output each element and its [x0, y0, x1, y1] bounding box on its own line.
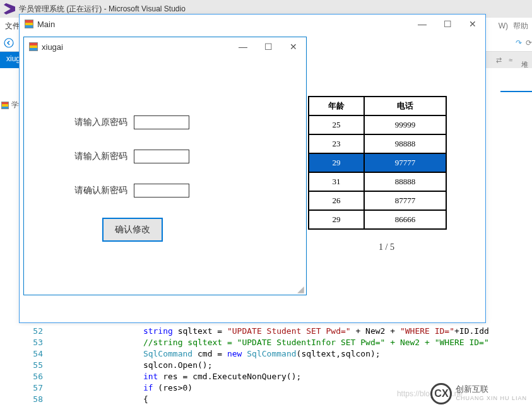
cell-phone[interactable]: 88888	[364, 172, 446, 191]
watermark-sub: CHUANG XIN HU LIAN	[456, 394, 527, 403]
main-window-title: Main	[37, 20, 55, 29]
menu-window-hint[interactable]: W)	[499, 21, 508, 30]
watermark-name: 创新互联	[456, 384, 488, 394]
cell-age[interactable]: 26	[309, 191, 364, 210]
cell-phone[interactable]: 97777	[364, 153, 446, 172]
cell-age[interactable]: 29	[309, 153, 364, 172]
confirm-change-button[interactable]: 确认修改	[102, 218, 163, 242]
maximize-button[interactable]: ☐	[435, 15, 460, 33]
pager: 1 / 5	[379, 242, 394, 252]
cell-phone[interactable]: 87777	[364, 191, 446, 210]
table-row[interactable]: 2687777	[309, 191, 446, 210]
toolbar-glyph-icon[interactable]: ⇄	[496, 56, 502, 64]
menu-file[interactable]: 文件	[5, 21, 20, 32]
xiugai-title: xiugai	[42, 42, 63, 52]
cell-age[interactable]: 29	[309, 210, 364, 229]
minimize-button[interactable]: —	[410, 15, 435, 33]
new-password-label: 请输入新密码	[74, 151, 127, 162]
xiugai-titlebar[interactable]: xiugai — ☐ ✕	[24, 37, 306, 56]
new-password-input[interactable]	[134, 150, 189, 163]
cell-age[interactable]: 31	[309, 172, 364, 191]
line-gutter: 52535455565758	[0, 326, 54, 405]
cell-phone[interactable]: 99999	[364, 115, 446, 134]
xiugai-window: xiugai — ☐ ✕ 请输入原密码 请输入新密码 请确认新密码 确认修改 ◢	[23, 37, 307, 295]
vs-logo-icon	[4, 3, 15, 15]
table-row[interactable]: 2986666	[309, 210, 446, 229]
cell-age[interactable]: 23	[309, 134, 364, 153]
table-row[interactable]: 2599999	[309, 115, 446, 134]
table-row[interactable]: 3188888	[309, 172, 446, 191]
cell-phone[interactable]: 86666	[364, 210, 446, 229]
menu-help[interactable]: 帮助	[513, 21, 528, 32]
old-password-input[interactable]	[134, 115, 189, 129]
svg-point-0	[4, 38, 13, 47]
student-table[interactable]: 年龄 电话 2599999239888829977773188888268777…	[308, 96, 447, 230]
form-icon	[29, 42, 38, 51]
watermark-logo-icon: CX	[430, 383, 452, 404]
close-button[interactable]: ✕	[460, 15, 485, 33]
sidebar-label-truncated: 学	[11, 100, 19, 110]
toolbar-wave-icon[interactable]: ≈	[509, 56, 512, 64]
form-icon	[25, 20, 33, 28]
col-phone[interactable]: 电话	[364, 97, 446, 115]
confirm-password-input[interactable]	[134, 184, 189, 198]
cell-age[interactable]: 25	[309, 115, 364, 134]
back-icon[interactable]	[4, 38, 14, 48]
resize-grip-icon[interactable]: ◢	[297, 286, 305, 293]
cell-phone[interactable]: 98888	[364, 134, 446, 153]
table-row[interactable]: 2997777	[309, 153, 446, 172]
step-over-icon[interactable]: ↷	[516, 38, 522, 47]
maximize-button[interactable]: ☐	[256, 37, 281, 56]
table-header-row: 年龄 电话	[309, 97, 446, 115]
close-button[interactable]: ✕	[281, 37, 306, 56]
toolbar-right-label: 堆	[521, 60, 528, 69]
selection-indicator	[500, 91, 532, 92]
watermark: CX 创新互联 CHUANG XIN HU LIAN	[430, 383, 527, 404]
old-password-label: 请输入原密码	[74, 117, 127, 128]
main-window-titlebar[interactable]: Main — ☐ ✕	[20, 15, 485, 33]
refresh-icon[interactable]: ⟳	[526, 38, 532, 47]
sidebar-form-icon[interactable]	[0, 100, 10, 111]
vs-title: 学员管理系统 (正在运行) - Microsoft Visual Studio	[19, 4, 186, 15]
col-age[interactable]: 年龄	[309, 97, 364, 115]
minimize-button[interactable]: —	[230, 37, 256, 56]
confirm-password-label: 请确认新密码	[74, 185, 127, 196]
table-row[interactable]: 2398888	[309, 134, 446, 153]
